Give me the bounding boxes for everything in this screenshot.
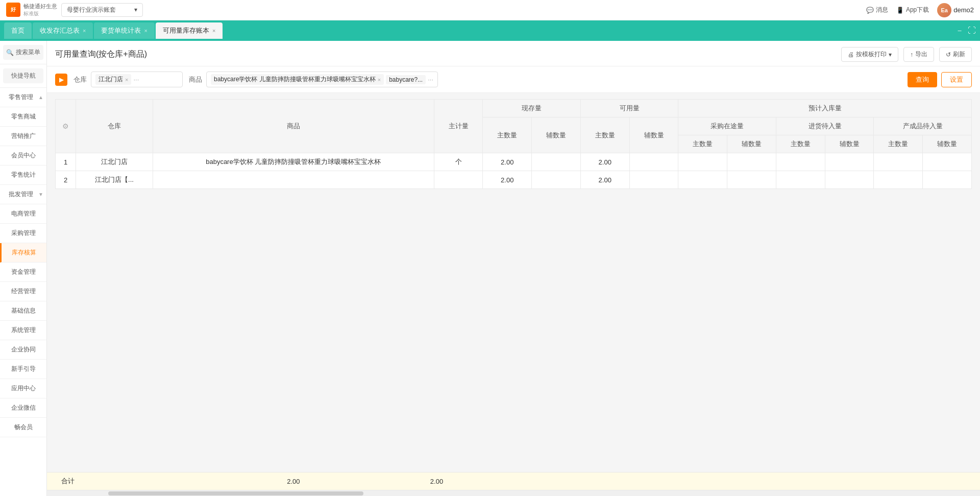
tab-home[interactable]: 首页	[4, 22, 32, 39]
cell-purchase-aux	[727, 171, 776, 189]
horizontal-scrollbar[interactable]	[47, 490, 980, 496]
sidebar-item-system-mgmt[interactable]: 系统管理	[0, 321, 46, 340]
footer-available-main: 2.00	[401, 478, 472, 485]
tab-receipts[interactable]: 收发存汇总表 ×	[33, 22, 93, 39]
filter-actions: 查询 设置	[908, 72, 972, 87]
footer-incoming-main	[688, 478, 759, 485]
sidebar-item-retail-mall[interactable]: 零售商城	[0, 107, 46, 127]
col-purchase-group: 采购在途量	[678, 117, 776, 135]
search-menu-button[interactable]: 🔍 搜索菜单	[3, 45, 43, 60]
filter-expand-button[interactable]: ▶	[55, 74, 67, 86]
chevron-down-icon: ▾	[134, 6, 137, 13]
sidebar: 🔍 搜索菜单 快捷导航 零售管理 ▲ 零售商城 营销推广 会员中心 零售统计 批…	[0, 41, 47, 496]
user-menu[interactable]: Ea demo2	[937, 3, 974, 17]
cell-available-aux	[629, 153, 678, 171]
cell-no: 1	[56, 153, 76, 171]
sidebar-item-retail-stats[interactable]: 零售统计	[0, 166, 46, 185]
cell-stock-main: 2.00	[483, 171, 532, 189]
tab-receipts-close[interactable]: ×	[83, 28, 86, 34]
product-more-icon[interactable]: ···	[428, 76, 433, 83]
col-product-aux: 辅数量	[923, 135, 972, 153]
sidebar-item-retail-mgmt[interactable]: 零售管理 ▲	[0, 88, 46, 107]
table-row: 1 江北门店 babycare学饮杯 儿童防摔防撞吸管杯重力球吸嘴杯宝宝水杯 个…	[56, 153, 972, 171]
warehouse-input[interactable]: 江北门店 × ···	[91, 72, 183, 87]
col-available-group: 可用量	[580, 100, 678, 117]
data-table: ⚙ 仓库 商品 主计量 现存量 可用量 预计入库量 主数量 辅数量 主数量 辅数…	[55, 99, 972, 189]
sidebar-item-marketing[interactable]: 营销推广	[0, 127, 46, 146]
tab-orders-close[interactable]: ×	[144, 28, 147, 34]
chevron-down-icon: ▾	[889, 51, 892, 58]
logo-text: 畅捷通好生意	[23, 3, 57, 10]
cell-incoming-aux	[825, 153, 874, 171]
warehouse-label: 仓库	[74, 75, 87, 84]
cell-stock-main: 2.00	[483, 153, 532, 171]
tab-receipts-label: 收发存汇总表	[40, 26, 80, 35]
footer-stock-aux	[329, 478, 401, 485]
tab-orders-label: 要货单统计表	[101, 26, 141, 35]
sidebar-item-new-guide[interactable]: 新手引导	[0, 360, 46, 379]
footer-product-main	[830, 478, 902, 485]
more-options-icon[interactable]: ···	[133, 76, 139, 83]
sidebar-item-ecommerce-mgmt[interactable]: 电商管理	[0, 204, 46, 224]
cell-warehouse: 江北门店【...	[76, 171, 153, 189]
sidebar-item-wholesale-mgmt[interactable]: 批发管理 ▼	[0, 185, 46, 204]
export-button[interactable]: ↑ 导出	[903, 47, 934, 62]
product-tag-1-remove[interactable]: ×	[378, 77, 381, 83]
col-settings[interactable]: ⚙	[56, 100, 76, 153]
sidebar-item-enterprise-wechat[interactable]: 企业微信	[0, 398, 46, 418]
app-download-button[interactable]: 📱 App下载	[896, 6, 929, 14]
avatar: Ea	[937, 3, 951, 17]
expand-icon: ▶	[59, 76, 64, 83]
filter-area: ▶ 仓库 江北门店 × ··· 商品 babycare学饮杯 儿童防摔防撞吸管杯…	[47, 66, 980, 93]
col-incoming-group: 进货待入量	[776, 117, 874, 135]
sidebar-item-app-center[interactable]: 应用中心	[0, 379, 46, 398]
sidebar-item-finance-mgmt[interactable]: 资金管理	[0, 263, 46, 282]
main-layout: 🔍 搜索菜单 快捷导航 零售管理 ▲ 零售商城 营销推广 会员中心 零售统计 批…	[0, 41, 980, 496]
tab-orders[interactable]: 要货单统计表 ×	[94, 22, 154, 39]
query-button[interactable]: 查询	[908, 72, 937, 87]
warehouse-tag: 江北门店 ×	[95, 74, 131, 85]
footer-label: 合计	[53, 477, 114, 486]
cell-product-aux	[923, 171, 972, 189]
message-button[interactable]: 💬 消息	[866, 6, 888, 14]
cell-no: 2	[56, 171, 76, 189]
sidebar-item-operation-mgmt[interactable]: 经营管理	[0, 282, 46, 301]
col-unit-header: 主计量	[434, 100, 483, 153]
table-footer: 合计 2.00 2.00	[47, 472, 980, 490]
cell-unit: 个	[434, 153, 483, 171]
table-row: 2 江北门店【... 2.00 2.00	[56, 171, 972, 189]
product-input[interactable]: babycare学饮杯 儿童防摔防撞吸管杯重力球吸嘴杯宝宝水杯 × babyca…	[206, 72, 438, 87]
sidebar-item-basic-info[interactable]: 基础信息	[0, 301, 46, 321]
col-warehouse-header: 仓库	[76, 100, 153, 153]
cell-incoming-main	[776, 153, 825, 171]
tab-available-close[interactable]: ×	[212, 28, 215, 34]
sidebar-item-enterprise-collab[interactable]: 企业协同	[0, 340, 46, 360]
arrow-icon: ▼	[38, 192, 43, 197]
cell-stock-aux	[532, 171, 581, 189]
refresh-button[interactable]: ↺ 刷新	[939, 47, 972, 62]
logo-texts: 畅捷通好生意 标准版	[23, 3, 57, 17]
logo-area: 好 畅捷通好生意 标准版	[6, 3, 57, 17]
quick-nav-button[interactable]: 快捷导航	[3, 68, 43, 83]
footer-purchase-aux	[616, 478, 687, 485]
minimize-icon[interactable]: －	[955, 26, 964, 36]
sidebar-item-purchase-mgmt[interactable]: 采购管理	[0, 224, 46, 243]
sidebar-search-area: 🔍 搜索菜单	[0, 41, 46, 64]
sidebar-item-inventory-check[interactable]: 库存核算	[0, 243, 46, 263]
export-icon: ↑	[910, 51, 913, 58]
industry-selector[interactable]: 母婴行业演示账套 ▾	[61, 3, 143, 17]
warehouse-tag-remove[interactable]: ×	[125, 77, 128, 83]
page-header: 可用量查询(按仓库+商品) 🖨 按模板打印 ▾ ↑ 导出 ↺ 刷新	[47, 41, 980, 66]
cell-product	[153, 171, 434, 189]
tab-available[interactable]: 可用量库存账本 ×	[156, 22, 223, 39]
col-product-header: 商品	[153, 100, 434, 153]
template-print-button[interactable]: 🖨 按模板打印 ▾	[841, 47, 898, 62]
sidebar-item-member[interactable]: 畅会员	[0, 418, 46, 437]
settings-button[interactable]: 设置	[941, 72, 972, 87]
settings-icon[interactable]: ⚙	[62, 122, 69, 130]
scrollbar-thumb[interactable]	[108, 491, 363, 495]
col-available-main: 主数量	[580, 117, 629, 153]
maximize-icon[interactable]: ⛶	[968, 26, 976, 35]
col-purchase-main: 主数量	[678, 135, 727, 153]
sidebar-item-member-center[interactable]: 会员中心	[0, 146, 46, 166]
